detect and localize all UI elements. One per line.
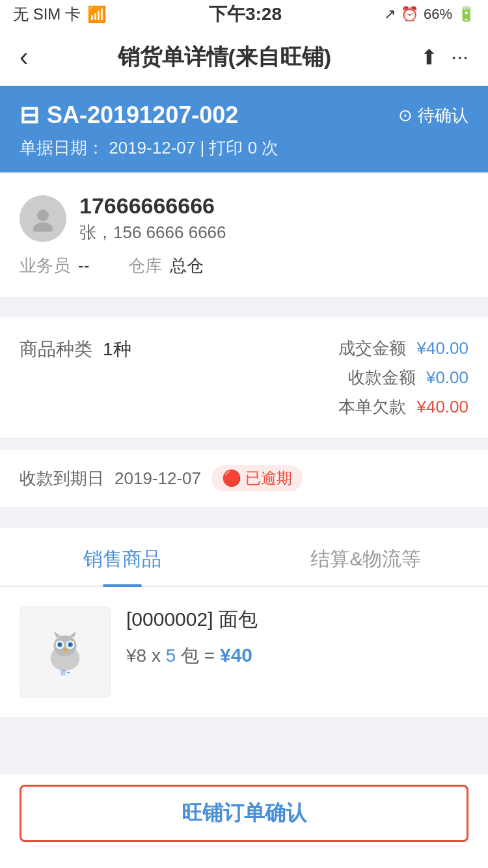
summary-left: 商品种类 1种 — [20, 337, 131, 362]
nav-right: ⬆ ··· — [420, 45, 468, 70]
divider-2 — [0, 438, 488, 439]
divider-1 — [0, 297, 488, 307]
nav-title: 销货单详情(来自旺铺) — [118, 42, 332, 72]
amount-value-0: ¥40.00 — [416, 338, 468, 359]
product-price: ¥8 — [126, 645, 146, 666]
product-qty: 5 — [166, 645, 176, 666]
customer-meta: 业务员 -- 仓库 总仓 — [20, 254, 468, 277]
svg-point-10 — [69, 644, 71, 645]
equals-sign: = — [204, 645, 220, 666]
overdue-badge: 🔴 已逾期 — [211, 465, 303, 491]
customer-section: 17666666666 张，156 6666 6666 业务员 -- 仓库 总仓 — [0, 174, 488, 297]
tabs-header: 销售商品 结算&物流等 — [0, 528, 488, 587]
warehouse-value: 总仓 — [170, 254, 204, 277]
customer-details: 17666666666 张，156 6666 6666 — [79, 193, 226, 244]
sales-meta: 业务员 -- — [20, 254, 89, 277]
customer-phone: 17666666666 — [79, 193, 226, 219]
overdue-text: 已逾期 — [245, 468, 292, 489]
more-button[interactable]: ··· — [451, 45, 468, 69]
product-types-label: 商品种类 — [20, 337, 92, 362]
amount-row-2: 本单欠款 ¥40.00 — [338, 396, 468, 418]
amount-value-1: ¥0.00 — [426, 368, 468, 388]
svg-text:管+: 管+ — [60, 669, 70, 676]
warehouse-label: 仓库 — [128, 254, 162, 277]
order-status: ⊙ 待确认 — [398, 104, 468, 127]
wifi-icon: 📶 — [87, 5, 107, 23]
payment-due-date: 2019-12-07 — [115, 468, 201, 489]
sales-label: 业务员 — [20, 254, 70, 277]
amount-value-2: ¥40.00 — [416, 397, 468, 417]
amount-row-0: 成交金额 ¥40.00 — [338, 337, 468, 360]
multiply-sign: x — [152, 645, 166, 666]
status-time: 下午3:28 — [209, 2, 282, 27]
amount-label-2: 本单欠款 — [338, 396, 406, 418]
bottom-bar: 旺铺订单确认 — [0, 774, 488, 868]
amount-row-1: 收款金额 ¥0.00 — [348, 366, 468, 389]
status-text: 待确认 — [418, 104, 468, 127]
product-total: ¥40 — [220, 644, 252, 666]
status-clock-icon: ⊙ — [398, 105, 413, 126]
tab-sales-products[interactable]: 销售商品 — [0, 528, 244, 586]
product-info: [0000002] 面包 ¥8 x 5 包 = ¥40 — [126, 606, 468, 668]
confirm-order-button[interactable]: 旺铺订单确认 — [20, 785, 468, 842]
product-code: [0000002] — [126, 608, 213, 630]
payment-due-section: 收款到期日 2019-12-07 🔴 已逾期 — [0, 450, 488, 507]
overdue-warning-icon: 🔴 — [222, 469, 241, 487]
location-icon: ↗ — [384, 6, 396, 23]
svg-point-1 — [33, 223, 53, 232]
summary-section: 商品种类 1种 成交金额 ¥40.00 收款金额 ¥0.00 本单欠款 ¥40.… — [0, 318, 488, 438]
alarm-icon: ⏰ — [401, 6, 418, 23]
status-left: 无 SIM 卡 📶 — [13, 4, 107, 25]
product-thumbnail: 管+ — [20, 606, 111, 698]
carrier-text: 无 SIM 卡 — [13, 4, 81, 25]
order-date-row: 单据日期： 2019-12-07 | 打印 0 次 — [20, 137, 468, 159]
order-id-text: SA-20191207-002 — [47, 102, 238, 129]
payment-due-label: 收款到期日 — [20, 467, 104, 490]
status-right: ↗ ⏰ 66% 🔋 — [384, 6, 475, 23]
battery-icon: 🔋 — [457, 6, 475, 23]
product-types-item: 商品种类 1种 — [20, 337, 131, 362]
order-date-label: 单据日期： — [20, 138, 104, 157]
product-name-text: 面包 — [219, 608, 258, 630]
nav-bar: ‹ 销货单详情(来自旺铺) ⬆ ··· — [0, 29, 488, 86]
amount-label-0: 成交金额 — [338, 337, 406, 360]
customer-avatar — [20, 195, 66, 242]
order-print-text: | 打印 0 次 — [200, 138, 278, 157]
amount-label-1: 收款金额 — [348, 366, 416, 389]
back-button[interactable]: ‹ — [20, 42, 28, 72]
divider-3 — [0, 507, 488, 517]
product-price-row: ¥8 x 5 包 = ¥40 — [126, 644, 468, 668]
share-button[interactable]: ⬆ — [420, 45, 438, 70]
svg-point-9 — [59, 644, 61, 645]
status-bar: 无 SIM 卡 📶 下午3:28 ↗ ⏰ 66% 🔋 — [0, 0, 488, 29]
sales-value: -- — [78, 256, 89, 276]
nav-left: ‹ — [20, 42, 28, 72]
battery-text: 66% — [424, 6, 452, 23]
svg-point-0 — [37, 210, 49, 221]
tabs-section: 销售商品 结算&物流等 — [0, 528, 488, 717]
order-id-row: ⊟ SA-20191207-002 ⊙ 待确认 — [20, 102, 468, 129]
order-id-icon: ⊟ — [20, 102, 39, 129]
warehouse-meta: 仓库 总仓 — [128, 254, 204, 277]
customer-name: 张，156 6666 6666 — [79, 221, 226, 244]
product-unit: 包 — [181, 645, 199, 666]
product-item-0: 管+ [0000002] 面包 ¥8 x 5 包 = ¥40 — [0, 587, 488, 717]
summary-right: 成交金额 ¥40.00 收款金额 ¥0.00 本单欠款 ¥40.00 — [338, 337, 468, 418]
customer-info-row: 17666666666 张，156 6666 6666 — [20, 193, 468, 244]
product-types-value: 1种 — [103, 337, 131, 362]
order-id: ⊟ SA-20191207-002 — [20, 102, 238, 129]
order-date-value: 2019-12-07 — [109, 138, 195, 157]
product-name: [0000002] 面包 — [126, 606, 468, 633]
order-header: ⊟ SA-20191207-002 ⊙ 待确认 单据日期： 2019-12-07… — [0, 86, 488, 172]
tab-settlement[interactable]: 结算&物流等 — [244, 528, 488, 586]
